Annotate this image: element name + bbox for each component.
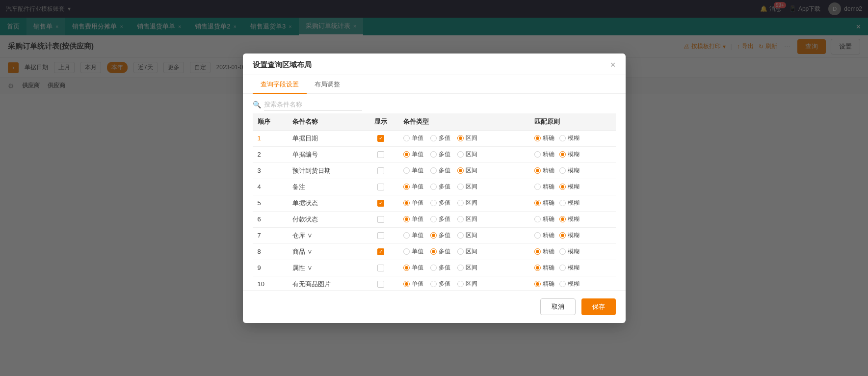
match-radio-item[interactable]: 精确	[534, 231, 554, 240]
radio-label: 多值	[439, 247, 450, 256]
checkbox-inner	[377, 184, 384, 190]
type-radio-item[interactable]: 区间	[457, 231, 477, 240]
radio-dot	[430, 184, 437, 190]
type-radio-item[interactable]: 单值	[403, 231, 423, 240]
type-radio-item[interactable]: 多值	[430, 280, 450, 288]
radio-label: 区间	[466, 199, 477, 207]
match-radio-item[interactable]: 精确	[534, 183, 554, 191]
type-radio-item[interactable]: 多值	[430, 199, 450, 207]
radio-dot	[430, 248, 437, 255]
match-radio-item[interactable]: 精确	[534, 264, 554, 272]
type-radio-item[interactable]: 区间	[457, 199, 477, 207]
search-input[interactable]	[264, 99, 362, 110]
display-checkbox[interactable]	[368, 248, 394, 255]
radio-dot	[534, 248, 541, 255]
type-radio-item[interactable]: 区间	[457, 183, 477, 191]
row-display-checkbox-cell	[363, 243, 398, 260]
match-radio-item[interactable]: 模糊	[559, 231, 579, 240]
match-radio-item[interactable]: 精确	[534, 166, 554, 175]
type-radio-item[interactable]: 区间	[457, 215, 477, 223]
display-checkbox[interactable]	[368, 232, 394, 239]
match-radio-item[interactable]: 精确	[534, 134, 554, 142]
match-radio-item[interactable]: 模糊	[559, 166, 579, 175]
match-radio-item[interactable]: 模糊	[559, 264, 579, 272]
display-checkbox[interactable]	[368, 200, 394, 207]
match-radio-item[interactable]: 精确	[534, 199, 554, 207]
row-match-cell: 精确模糊	[529, 260, 615, 276]
radio-label: 精确	[543, 150, 554, 159]
radio-dot	[403, 151, 410, 158]
match-radio-item[interactable]: 精确	[534, 247, 554, 256]
type-radio-item[interactable]: 多值	[430, 231, 450, 240]
type-radio-item[interactable]: 区间	[457, 247, 477, 256]
row-order: 4	[253, 179, 288, 195]
type-radio-item[interactable]: 单值	[403, 280, 423, 288]
radio-label: 多值	[439, 166, 450, 175]
radio-label: 单值	[412, 166, 423, 175]
modal-close-button[interactable]: ×	[610, 60, 616, 69]
type-radio-item[interactable]: 多值	[430, 264, 450, 272]
type-radio-item[interactable]: 单值	[403, 134, 423, 142]
type-radio-item[interactable]: 单值	[403, 199, 423, 207]
radio-label: 精确	[543, 215, 554, 223]
modal-tab-query-fields[interactable]: 查询字段设置	[253, 76, 307, 94]
radio-dot	[534, 281, 541, 287]
cancel-button[interactable]: 取消	[540, 298, 576, 315]
type-radio-item[interactable]: 单值	[403, 183, 423, 191]
match-radio-item[interactable]: 精确	[534, 280, 554, 288]
radio-dot	[559, 216, 566, 222]
radio-label: 模糊	[568, 150, 579, 159]
modal-table-head: 顺序 条件名称 显示 条件类型 匹配原则	[253, 113, 616, 131]
radio-dot	[457, 232, 464, 239]
modal-tab-layout[interactable]: 布局调整	[307, 76, 348, 94]
radio-dot	[457, 216, 464, 222]
radio-dot	[457, 135, 464, 141]
match-radio-item[interactable]: 模糊	[559, 247, 579, 256]
type-radio-item[interactable]: 多值	[430, 183, 450, 191]
radio-dot	[403, 248, 410, 255]
table-row: 7仓库 ∨单值多值区间精确模糊	[253, 227, 616, 243]
type-radio-item[interactable]: 单值	[403, 247, 423, 256]
row-type-cell: 单值多值区间	[398, 162, 530, 179]
display-checkbox[interactable]	[368, 281, 394, 288]
display-checkbox[interactable]	[368, 216, 394, 223]
row-match-cell: 精确模糊	[529, 276, 615, 290]
radio-dot	[559, 232, 566, 239]
match-radio-item[interactable]: 模糊	[559, 280, 579, 288]
type-radio-item[interactable]: 区间	[457, 134, 477, 142]
type-radio-item[interactable]: 多值	[430, 150, 450, 159]
type-radio-group: 单值多值区间	[403, 166, 525, 175]
match-radio-item[interactable]: 模糊	[559, 150, 579, 159]
type-radio-item[interactable]: 单值	[403, 166, 423, 175]
radio-label: 多值	[439, 215, 450, 223]
display-checkbox[interactable]	[368, 135, 394, 142]
display-checkbox[interactable]	[368, 151, 394, 158]
type-radio-item[interactable]: 多值	[430, 215, 450, 223]
display-checkbox[interactable]	[368, 184, 394, 190]
match-radio-item[interactable]: 精确	[534, 150, 554, 159]
match-radio-item[interactable]: 模糊	[559, 215, 579, 223]
radio-label: 多值	[439, 199, 450, 207]
type-radio-item[interactable]: 区间	[457, 264, 477, 272]
modal-footer: 取消 保存	[243, 290, 626, 323]
type-radio-item[interactable]: 单值	[403, 264, 423, 272]
radio-dot	[403, 184, 410, 190]
match-radio-item[interactable]: 模糊	[559, 199, 579, 207]
display-checkbox[interactable]	[368, 167, 394, 174]
radio-dot	[534, 184, 541, 190]
match-radio-group: 精确模糊	[534, 199, 610, 207]
type-radio-item[interactable]: 区间	[457, 166, 477, 175]
type-radio-item[interactable]: 区间	[457, 150, 477, 159]
match-radio-item[interactable]: 模糊	[559, 183, 579, 191]
radio-label: 区间	[466, 215, 477, 223]
type-radio-item[interactable]: 单值	[403, 150, 423, 159]
type-radio-item[interactable]: 区间	[457, 280, 477, 288]
match-radio-item[interactable]: 模糊	[559, 134, 579, 142]
display-checkbox[interactable]	[368, 265, 394, 271]
save-button[interactable]: 保存	[581, 298, 616, 315]
type-radio-item[interactable]: 单值	[403, 215, 423, 223]
type-radio-item[interactable]: 多值	[430, 247, 450, 256]
type-radio-item[interactable]: 多值	[430, 166, 450, 175]
type-radio-item[interactable]: 多值	[430, 134, 450, 142]
match-radio-item[interactable]: 精确	[534, 215, 554, 223]
